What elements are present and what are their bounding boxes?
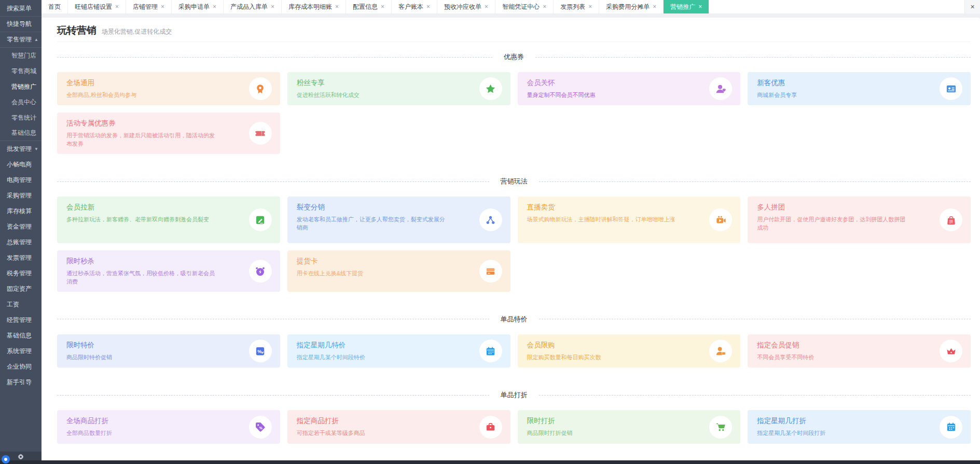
sidebar-item-2[interactable]: 零售管理▲ [0,32,42,48]
sidebar-item-label: 快捷导航 [7,20,32,29]
sidebar-item-6[interactable]: 会员中心 [0,94,42,110]
card-description: 促进粉丝活跃和转化成交 [297,91,447,99]
sidebar-item-22[interactable]: 系统管理 [0,343,42,359]
promo-card[interactable]: 直播卖货场景式购物新玩法，主播随时讲解和答疑，订单噌噌噌上涨 [518,196,741,243]
close-tab-icon[interactable]: × [485,3,488,10]
star-icon [479,77,502,100]
promo-card[interactable]: 粉丝专享促进粉丝活跃和转化成交 [287,72,510,105]
card-description: 发动老客和员工做推广，让更多人帮您卖货，裂变式发展分销商 [297,216,447,232]
close-tab-icon[interactable]: × [653,3,656,10]
sidebar-item-label: 零售管理 [7,35,32,44]
promo-card[interactable]: 提货卡用卡在线上兑换&线下提货 [287,250,510,292]
promo-card[interactable]: 全场商品打折全部商品数量打折% [57,410,280,443]
close-tab-icon[interactable]: × [543,3,546,10]
sidebar-item-15[interactable]: 总账管理 [0,234,42,250]
tab-10[interactable]: 发票列表× [554,0,599,13]
sidebar-item-12[interactable]: 采购管理 [0,188,42,203]
promo-card[interactable]: 指定商品打折可指定若干或某等级多商品 [287,410,510,443]
sidebar-item-17[interactable]: 税务管理 [0,265,42,281]
card-title: 多人拼团 [757,203,933,212]
sidebar-item-20[interactable]: 经营管理 [0,312,42,328]
promo-card[interactable]: 指定星期几特价指定星期几某个时间段特价 [287,334,510,368]
sidebar-item-23[interactable]: 企业协同 [0,359,42,374]
sidebar-item-21[interactable]: 基础信息 [0,328,42,343]
sidebar-item-label: 基础信息 [11,129,36,137]
close-tab-icon[interactable]: × [213,3,216,10]
section-3: 单品打折全场商品打折全部商品数量打折%指定商品打折可指定若干或某等级多商品限时打… [57,390,971,443]
card-description: 商品限时打折促销 [527,429,678,437]
tab-2[interactable]: 店铺管理× [126,0,172,13]
promo-card[interactable]: 会员限购限定购买数量和每日购买次数 [518,334,741,368]
sidebar-item-label: 批发管理 [7,145,32,153]
assistant-floating-button[interactable] [2,455,10,463]
close-all-tabs-button[interactable]: × [964,0,980,13]
member-heart-icon [709,77,732,100]
close-tab-icon[interactable]: × [698,3,702,10]
sidebar-item-9[interactable]: 批发管理▼ [0,141,42,157]
tab-1[interactable]: 旺铺店铺设置× [68,0,126,13]
card-description: 全部商品,粉丝和会员均参与 [66,91,217,99]
tab-0[interactable]: 首页 [42,0,68,13]
promo-card[interactable]: 限时秒杀通过秒杀活动，营造紧张气氛，用较低价格，吸引新老会员消费 [57,250,280,292]
pickup-cards-icon [479,260,502,283]
tab-11[interactable]: 采购费用分摊单× [599,0,664,13]
sidebar-item-10[interactable]: 小畅电商 [0,157,42,172]
promo-card[interactable]: 限时打折商品限时打折促销 [518,410,741,443]
card-row: 限时秒杀通过秒杀活动，营造紧张气氛，用较低价格，吸引新老会员消费提货卡用卡在线上… [57,250,971,292]
id-card-icon [940,77,962,100]
close-tab-icon[interactable]: × [426,3,430,10]
tab-6[interactable]: 配置信息× [346,0,392,13]
promo-card[interactable]: 新客优惠商城新会员专享 [748,72,971,105]
close-tab-icon[interactable]: × [271,3,274,10]
bottom-bar [0,460,980,464]
card-title: 提货卡 [297,257,473,266]
card-title: 粉丝专享 [297,78,473,88]
sidebar-item-24[interactable]: 新手引导 [0,374,42,390]
close-icon: × [970,3,974,11]
close-tab-icon[interactable]: × [161,3,164,10]
tab-label: 配置信息 [353,3,378,11]
sidebar-item-label: 基础信息 [7,331,32,340]
promo-card[interactable]: 会员关怀量身定制不同会员不同优惠 [518,72,741,105]
tab-9[interactable]: 智能凭证中心× [495,0,554,13]
tab-8[interactable]: 预收冲应收单× [437,0,495,13]
tab-7[interactable]: 客户账本× [392,0,437,13]
tab-label: 库存成本明细账 [288,3,332,11]
close-tab-icon[interactable]: × [381,3,384,10]
promo-card[interactable]: 限时特价商品限时特价促销% [57,334,280,368]
sidebar-item-4[interactable]: 零售商城 [0,63,42,79]
sidebar-item-0[interactable]: 搜索菜单 [0,1,42,17]
sidebar-item-label: 库存核算 [7,207,32,216]
sidebar-item-16[interactable]: 发票管理 [0,250,42,265]
tab-3[interactable]: 采购申请单× [172,0,224,13]
promo-card[interactable]: 裂变分销发动老客和员工做推广，让更多人帮您卖货，裂变式发展分销商 [287,196,510,243]
tab-5[interactable]: 库存成本明细账× [282,0,346,13]
dashed-divider [57,181,489,182]
sidebar-item-1[interactable]: 快捷导航 [0,17,42,32]
close-tab-icon[interactable]: × [335,3,339,10]
sidebar-item-8[interactable]: 基础信息 [0,125,42,141]
dashed-divider [57,395,489,396]
sidebar-item-5[interactable]: 营销推广 [0,79,42,94]
close-tab-icon[interactable]: × [588,3,592,10]
sidebar-item-13[interactable]: 库存核算 [0,203,42,219]
sidebar-item-19[interactable]: 工资 [0,297,42,312]
card-title: 会员限购 [527,341,703,350]
promo-card[interactable]: 指定星期几打折指定星期几某个时间段打折 [748,410,971,443]
sidebar-item-18[interactable]: 固定资产 [0,281,42,297]
sidebar-item-7[interactable]: 零售统计 [0,110,42,125]
promo-card[interactable]: 活动专属优惠券用于营销活动的发券，新建后只能被活动引用，随活动的发布发券 [57,113,280,154]
sidebar-item-3[interactable]: 智慧门店 [0,48,42,63]
sidebar-item-14[interactable]: 资金管理 [0,219,42,234]
tab-12[interactable]: 营销推广× [664,0,709,13]
promo-card[interactable]: 指定会员促销不同会员享受不同特价 [748,334,971,368]
promo-card[interactable]: 全场通用全部商品,粉丝和会员均参与 [57,72,280,105]
sidebar-item-label: 搜索菜单 [7,4,32,13]
promo-card[interactable]: 多人拼团用户付款开团，促使用户邀请好友参团，达到拼团人数拼团成功拼 [748,196,971,243]
tab-4[interactable]: 产成品入库单× [224,0,282,13]
cart-icon [709,416,732,439]
promo-card[interactable]: 会员拉新多种拉新玩法，新客赠券、老带新双向赠券刺激会员裂变 [57,196,280,243]
sidebar-item-11[interactable]: 电商管理 [0,172,42,188]
close-tab-icon[interactable]: × [115,3,119,10]
card-title: 活动专属优惠券 [66,119,243,128]
